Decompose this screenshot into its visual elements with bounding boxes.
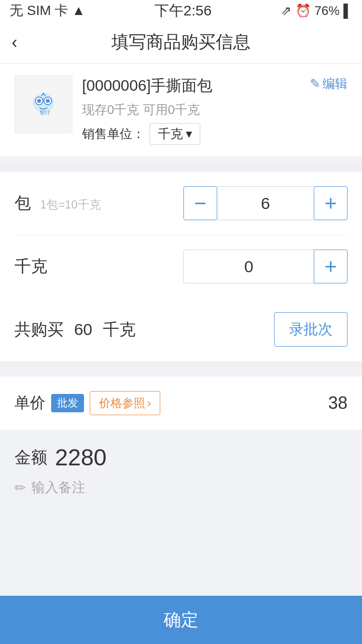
total-amount: 60 — [74, 320, 92, 338]
note-row[interactable]: ✏ 输入备注 — [14, 478, 348, 497]
nav-bar: ‹ 填写商品购买信息 — [0, 21, 362, 64]
unit-dropdown[interactable]: 千克 ▾ — [150, 123, 200, 145]
package-input-control: − + — [183, 186, 348, 220]
dropdown-arrow-icon: ▾ — [186, 126, 192, 141]
batch-button[interactable]: 录批次 — [274, 312, 348, 347]
price-label: 单价 — [14, 392, 45, 414]
package-input-row: 包 1包=10千克 − + — [14, 172, 348, 235]
location-icon: ⇗ — [281, 3, 292, 18]
status-time: 下午2:56 — [154, 1, 211, 21]
price-reference-button[interactable]: 价格参照 › — [90, 391, 160, 415]
back-button[interactable]: ‹ — [12, 32, 17, 53]
edit-label: 编辑 — [322, 75, 348, 92]
confirm-button[interactable]: 确定 — [0, 596, 362, 644]
svg-point-4 — [46, 99, 50, 103]
package-label-group: 包 1包=10千克 — [14, 192, 101, 214]
edit-icon: ✎ — [310, 76, 320, 91]
product-logo-icon: 智计 — [29, 87, 58, 122]
status-left: 无 SIM 卡 ▲ — [10, 1, 85, 20]
divider-2 — [0, 361, 362, 369]
amount-label: 金额 — [14, 447, 47, 469]
price-value: 38 — [328, 393, 348, 413]
pencil-icon: ✏ — [14, 480, 26, 496]
total-prefix: 共购买 — [14, 320, 64, 338]
unit-label: 销售单位： — [82, 126, 145, 142]
kg-input-control: + — [183, 250, 348, 283]
kg-label: 千克 — [14, 257, 47, 275]
package-decrease-button[interactable]: − — [183, 186, 217, 220]
status-bar: 无 SIM 卡 ▲ 下午2:56 ⇗ ⏰ 76% ▌ — [0, 0, 362, 21]
price-left: 单价 批发 价格参照 › — [14, 391, 160, 415]
product-image: 智计 — [14, 75, 72, 133]
package-increase-button[interactable]: + — [314, 186, 348, 220]
unit-value: 千克 — [158, 126, 183, 142]
package-quantity-input[interactable] — [217, 186, 314, 220]
battery-icon: ▌ — [344, 3, 352, 18]
package-hint: 1包=10千克 — [40, 198, 101, 211]
amount-value: 2280 — [55, 444, 107, 471]
divider-1 — [0, 164, 362, 172]
sim-wifi-text: 无 SIM 卡 ▲ — [10, 1, 85, 20]
price-tag: 批发 — [51, 394, 84, 412]
product-info: [0000006]手撕面包 ✎ 编辑 现存0千克 可用0千克 销售单位： 千克 … — [82, 75, 348, 145]
price-section: 单价 批发 价格参照 › 38 — [0, 377, 362, 430]
product-card: 智计 [0000006]手撕面包 ✎ 编辑 现存0千克 可用0千克 销售单位： … — [0, 64, 362, 156]
total-text: 共购买 60 千克 — [14, 319, 136, 341]
product-name: [0000006]手撕面包 — [82, 75, 212, 97]
package-label: 包 — [14, 194, 31, 212]
svg-text:智计: 智计 — [40, 110, 50, 115]
total-unit: 千克 — [103, 320, 136, 338]
note-label: 输入备注 — [31, 478, 85, 497]
page-title: 填写商品购买信息 — [111, 30, 251, 54]
kg-quantity-input[interactable] — [183, 250, 314, 283]
status-right: ⇗ ⏰ 76% ▌ — [281, 3, 352, 18]
amount-section: 金额 2280 ✏ 输入备注 — [0, 430, 362, 511]
price-ref-label: 价格参照 — [99, 395, 145, 411]
product-unit-row: 销售单位： 千克 ▾ — [82, 123, 348, 145]
edit-button[interactable]: ✎ 编辑 — [310, 75, 348, 92]
price-ref-arrow-icon: › — [147, 396, 151, 410]
amount-row: 金额 2280 — [14, 444, 348, 471]
product-stock: 现存0千克 可用0千克 — [82, 101, 348, 118]
input-section: 包 1包=10千克 − + 千克 + — [0, 172, 362, 298]
total-section: 共购买 60 千克 录批次 — [0, 298, 362, 361]
kg-label-group: 千克 — [14, 255, 47, 278]
svg-point-3 — [37, 99, 41, 103]
alarm-icon: ⏰ — [295, 3, 311, 18]
kg-increase-button[interactable]: + — [314, 250, 348, 283]
battery-text: 76% — [315, 3, 340, 18]
kg-input-row: 千克 + — [14, 235, 348, 298]
